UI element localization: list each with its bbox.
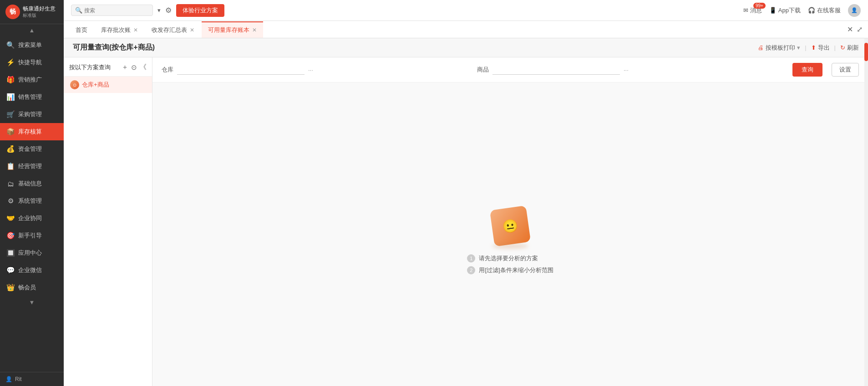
tabs-bar: 首页 库存批次账 ✕ 收发存汇总表 ✕ 可用量库存账本 ✕ ✕ ⤢ — [64, 21, 868, 38]
sidebar: 畅 畅康通好生意 标准版 ▲ 🔍 搜索菜单 ⚡ 快捷导航 🎁 营销推广 📊 销售… — [0, 0, 64, 386]
filter-row: 仓库 ··· 商品 ··· 查询 设置 — [152, 57, 868, 82]
sidebar-scroll-up[interactable]: ▲ — [0, 24, 64, 36]
sidebar-item-app-center[interactable]: 🔲 应用中心 — [0, 244, 64, 262]
empty-illustration: 😐 — [483, 194, 538, 249]
sidebar-header: 畅 畅康通好生意 标准版 — [0, 0, 64, 24]
empty-hint-1: 1 请先选择要分析的方案 — [467, 254, 553, 262]
empty-state: 😐 1 请先选择要分析的方案 2 用[过滤]条件来缩小分析范围 — [152, 82, 868, 386]
grid-icon: 🔲 — [6, 249, 15, 257]
main-area: 🔍 ▾ ⚙ 体验行业方案 ✉ 消息 99+ 📱 App下载 🎧 在线客服 👤 — [64, 0, 868, 386]
page-header-actions: 🖨 按模板打印 ▾ | ⬆ 导出 | ↻ 刷新 — [758, 44, 859, 52]
window-expand-icon[interactable]: ⤢ — [857, 25, 863, 34]
hint-number-1: 1 — [467, 254, 475, 262]
print-icon: 🖨 — [758, 44, 764, 51]
logo-text: 畅康通好生意 标准版 — [23, 5, 56, 19]
settings-icon[interactable]: ⚙ — [165, 6, 172, 15]
chat-icon: 💬 — [6, 266, 15, 274]
search-box[interactable]: 🔍 — [71, 5, 153, 16]
empty-hint-2: 2 用[过滤]条件来缩小分析范围 — [467, 266, 553, 274]
quick-icon: ⚡ — [6, 58, 15, 67]
sidebar-nav: ▲ 🔍 搜索菜单 ⚡ 快捷导航 🎁 营销推广 📊 销售管理 🛒 采购管理 📦 库… — [0, 24, 64, 372]
online-service-button[interactable]: 🎧 在线客服 — [808, 6, 841, 15]
gift-icon: 🎁 — [6, 76, 15, 84]
sidebar-footer[interactable]: 👤 Rit — [0, 372, 64, 386]
user-avatar[interactable]: 👤 — [848, 4, 861, 17]
sidebar-item-system[interactable]: ⚙ 系统管理 — [0, 192, 64, 210]
message-icon: ✉ — [743, 7, 748, 14]
refresh-icon: ↻ — [840, 44, 845, 51]
print-dropdown-icon[interactable]: ▾ — [797, 44, 800, 51]
add-scheme-icon[interactable]: ＋ — [122, 63, 128, 72]
warehouse-filter-group: 仓库 ··· — [162, 65, 468, 75]
tab-summary[interactable]: 收发存汇总表 ✕ — [145, 21, 201, 38]
topbar: 🔍 ▾ ⚙ 体验行业方案 ✉ 消息 99+ 📱 App下载 🎧 在线客服 👤 — [64, 0, 868, 21]
message-button[interactable]: ✉ 消息 99+ — [743, 6, 762, 15]
sidebar-scroll-down[interactable]: ▼ — [0, 296, 64, 309]
tab-close-summary[interactable]: ✕ — [190, 27, 194, 33]
crown-icon: 👑 — [6, 283, 15, 292]
scrollbar-thumb[interactable] — [864, 43, 868, 61]
clipboard-icon: 📋 — [6, 162, 15, 170]
goods-filter-label: 商品 — [477, 66, 489, 74]
app-download-button[interactable]: 📱 App下载 — [769, 6, 801, 15]
sidebar-item-operations[interactable]: 📋 经营管理 — [0, 158, 64, 175]
scheme-panel-actions: ＋ ⊙ 《 — [122, 63, 147, 72]
sidebar-item-quick-nav[interactable]: ⚡ 快捷导航 — [0, 54, 64, 71]
warehouse-filter-input[interactable] — [177, 65, 305, 75]
box-face-icon: 😐 — [501, 217, 519, 235]
set-button[interactable]: 设置 — [832, 63, 859, 77]
tab-available-qty[interactable]: 可用量库存账本 ✕ — [202, 21, 263, 38]
cart-icon: 🛒 — [6, 110, 15, 118]
content-area: 按以下方案查询 ＋ ⊙ 《 ⊙ 仓库+商品 仓库 — [64, 57, 868, 386]
right-scrollbar[interactable] — [864, 38, 868, 386]
right-content-panel: 仓库 ··· 商品 ··· 查询 设置 😐 — [152, 57, 868, 386]
sidebar-item-guide[interactable]: 🎯 新手引导 — [0, 227, 64, 244]
empty-hints: 1 请先选择要分析的方案 2 用[过滤]条件来缩小分析范围 — [467, 254, 553, 274]
tabs-window-controls: ✕ ⤢ — [847, 25, 863, 34]
scheme-item-icon: ⊙ — [70, 80, 79, 89]
empty-box-graphic: 😐 — [490, 206, 531, 247]
warehouse-more-icon[interactable]: ··· — [308, 67, 313, 73]
manage-scheme-icon[interactable]: ⊙ — [131, 63, 137, 72]
scheme-item-warehouse-goods[interactable]: ⊙ 仓库+商品 — [64, 77, 152, 93]
topbar-right-actions: ✉ 消息 99+ 📱 App下载 🎧 在线客服 👤 — [743, 4, 861, 17]
folder-icon: 🗂 — [6, 180, 15, 188]
hint-number-2: 2 — [467, 266, 475, 274]
logo-icon: 畅 — [5, 5, 20, 19]
industry-solution-button[interactable]: 体验行业方案 — [176, 4, 224, 17]
user-avatar-small: 👤 — [5, 376, 12, 382]
sidebar-item-finance[interactable]: 💰 资金管理 — [0, 140, 64, 158]
scheme-panel-header: 按以下方案查询 ＋ ⊙ 《 — [64, 63, 152, 77]
tab-batch-ledger[interactable]: 库存批次账 ✕ — [95, 21, 144, 38]
tab-close-batch[interactable]: ✕ — [133, 27, 138, 33]
tab-close-available[interactable]: ✕ — [252, 27, 257, 33]
sidebar-item-cooperation[interactable]: 🤝 企业协同 — [0, 210, 64, 227]
money-icon: 💰 — [6, 145, 15, 153]
message-badge: 99+ — [753, 3, 766, 9]
sidebar-item-wechat[interactable]: 💬 企业微信 — [0, 262, 64, 279]
page-title: 可用量查询(按仓库+商品) — [73, 43, 155, 52]
sidebar-item-sales[interactable]: 📊 销售管理 — [0, 88, 64, 106]
search-icon: 🔍 — [6, 41, 15, 49]
collapse-panel-icon[interactable]: 《 — [140, 63, 147, 72]
phone-icon: 📱 — [769, 7, 777, 14]
sidebar-item-marketing[interactable]: 🎁 营销推广 — [0, 71, 64, 88]
sidebar-item-member[interactable]: 👑 畅会员 — [0, 279, 64, 296]
print-button[interactable]: 🖨 按模板打印 ▾ — [758, 44, 800, 52]
target-icon: 🎯 — [6, 232, 15, 240]
goods-filter-input[interactable] — [492, 65, 620, 75]
sidebar-item-search[interactable]: 🔍 搜索菜单 — [0, 36, 64, 54]
dropdown-arrow-icon[interactable]: ▾ — [157, 7, 161, 14]
refresh-button[interactable]: ↻ 刷新 — [840, 44, 859, 52]
window-close-icon[interactable]: ✕ — [847, 25, 853, 34]
sidebar-item-basic[interactable]: 🗂 基础信息 — [0, 175, 64, 192]
export-button[interactable]: ⬆ 导出 — [811, 44, 830, 52]
sidebar-item-inventory[interactable]: 📦 库存核算 — [0, 123, 64, 140]
query-button[interactable]: 查询 — [792, 63, 822, 77]
search-input[interactable] — [84, 7, 130, 14]
avatar-icon: 👤 — [851, 7, 858, 13]
sidebar-item-purchase[interactable]: 🛒 采购管理 — [0, 106, 64, 123]
scheme-panel-title: 按以下方案查询 — [69, 63, 111, 72]
tab-home[interactable]: 首页 — [69, 21, 94, 38]
goods-more-icon[interactable]: ··· — [624, 67, 629, 73]
